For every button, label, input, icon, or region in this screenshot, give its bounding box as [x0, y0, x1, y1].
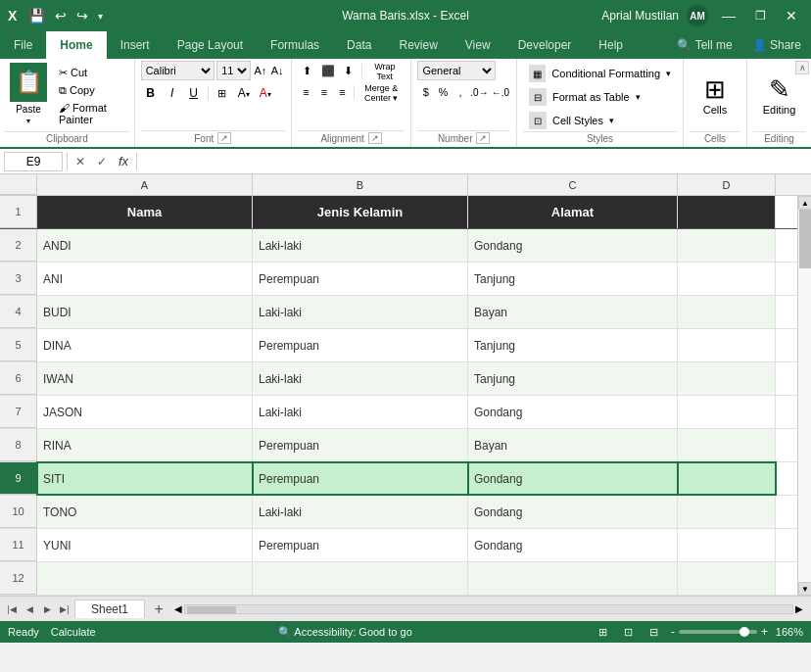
cell[interactable]: TONO	[37, 496, 253, 528]
bold-button[interactable]: B	[141, 83, 161, 103]
col-header-d[interactable]: D	[678, 174, 776, 195]
cell[interactable]	[678, 362, 776, 395]
tab-help[interactable]: Help	[585, 31, 637, 59]
cell[interactable]: DINA	[37, 329, 253, 361]
tab-formulas[interactable]: Formulas	[257, 31, 333, 59]
right-align-button[interactable]: ≡	[334, 82, 351, 102]
increase-font-size-button[interactable]: A↑	[253, 62, 267, 79]
tab-developer[interactable]: Developer	[504, 31, 586, 59]
col-header-a[interactable]: A	[37, 174, 253, 195]
h-scroll-left-button[interactable]: ◀	[174, 603, 182, 614]
scroll-track[interactable]	[798, 210, 811, 582]
cell[interactable]	[678, 429, 776, 461]
h-scroll-right-button[interactable]: ▶	[795, 603, 803, 614]
cancel-formula-button[interactable]: ✕	[72, 153, 89, 170]
collapse-ribbon-button[interactable]: ∧	[795, 61, 809, 74]
formula-input[interactable]	[141, 152, 807, 171]
share-button[interactable]: 👤 Share	[742, 31, 811, 59]
cell[interactable]: Nama	[37, 196, 253, 228]
qat-dropdown-button[interactable]: ▾	[96, 9, 105, 24]
tab-page-layout[interactable]: Page Layout	[164, 31, 257, 59]
cell[interactable]	[678, 496, 776, 528]
fill-color-button[interactable]: A▾	[234, 83, 254, 103]
cell[interactable]: Tanjung	[468, 362, 678, 395]
cell[interactable]	[678, 462, 776, 495]
sheet-nav-last-button[interactable]: ▶|	[57, 601, 72, 617]
copy-button[interactable]: ⧉ Copy	[55, 82, 130, 99]
center-align-button[interactable]: ≡	[315, 82, 332, 102]
sheet-nav-prev-button[interactable]: ◀	[22, 601, 37, 617]
tab-review[interactable]: Review	[385, 31, 451, 59]
cell[interactable]	[678, 296, 776, 328]
cell[interactable]: Jenis Kelamin	[253, 196, 468, 228]
font-name-select[interactable]: Calibri	[141, 61, 215, 80]
font-size-select[interactable]: 11	[216, 61, 251, 80]
format-painter-button[interactable]: 🖌 Format Painter	[55, 100, 130, 127]
cell[interactable]: Laki-laki	[253, 496, 468, 528]
format-as-table-button[interactable]: ⊟ Format as Table ▾	[523, 86, 677, 108]
cell[interactable]: Perempuan	[253, 462, 468, 495]
comma-button[interactable]: ,	[453, 83, 469, 101]
wrap-text-button[interactable]: Wrap Text	[365, 61, 405, 80]
zoom-decrease-button[interactable]: -	[671, 625, 675, 639]
paste-button[interactable]: 📋 Paste ▾	[4, 61, 53, 127]
cell-styles-button[interactable]: ⊡ Cell Styles ▾	[523, 110, 677, 131]
cut-button[interactable]: ✂ Cut	[55, 65, 130, 81]
cell[interactable]	[678, 529, 776, 561]
cell[interactable]	[678, 229, 776, 262]
zoom-slider-track[interactable]	[679, 630, 757, 634]
tab-view[interactable]: View	[452, 31, 504, 59]
conditional-formatting-button[interactable]: ▦ Conditional Formatting ▾	[523, 63, 677, 84]
scroll-thumb[interactable]	[799, 210, 811, 268]
cell-reference-input[interactable]	[4, 152, 63, 171]
redo-button[interactable]: ↪	[74, 6, 90, 25]
restore-button[interactable]: ❐	[749, 7, 772, 24]
cell[interactable]: Laki-laki	[253, 296, 468, 328]
cell[interactable]: RINA	[37, 429, 253, 461]
zoom-increase-button[interactable]: +	[761, 625, 768, 639]
cell[interactable]: Alamat	[468, 196, 678, 228]
h-scrollbar-thumb[interactable]	[187, 606, 236, 614]
cell[interactable]: Perempuan	[253, 429, 468, 461]
tell-me-input[interactable]: 🔍 Tell me	[667, 31, 742, 59]
number-format-select[interactable]: General	[417, 61, 496, 80]
cell[interactable]: Bayan	[468, 429, 678, 461]
cell[interactable]: Perempuan	[253, 329, 468, 361]
cell[interactable]: ANI	[37, 263, 253, 295]
scroll-up-button[interactable]: ▲	[798, 196, 811, 210]
tab-file[interactable]: File	[0, 31, 46, 59]
cell[interactable]: Gondang	[468, 529, 678, 561]
col-header-c[interactable]: C	[468, 174, 678, 195]
cell[interactable]: Laki-laki	[253, 396, 468, 428]
merge-center-button[interactable]: Merge & Center ▾	[358, 82, 405, 102]
cell[interactable]: Tanjung	[468, 263, 678, 295]
cell[interactable]: JASON	[37, 396, 253, 428]
cell[interactable]	[468, 562, 678, 595]
tab-home[interactable]: Home	[46, 31, 106, 59]
cell[interactable]	[678, 396, 776, 428]
close-button[interactable]: ✕	[780, 6, 803, 25]
cell[interactable]: Gondang	[468, 396, 678, 428]
cell[interactable]: Gondang	[468, 229, 678, 262]
cell[interactable]	[678, 196, 776, 228]
cell[interactable]: ANDI	[37, 229, 253, 262]
cell[interactable]	[37, 562, 253, 595]
cell[interactable]: YUNI	[37, 529, 253, 561]
cell[interactable]: Gondang	[468, 462, 678, 495]
cell[interactable]: Tanjung	[468, 329, 678, 361]
add-sheet-button[interactable]: +	[149, 600, 168, 619]
cell[interactable]: Perempuan	[253, 263, 468, 295]
undo-button[interactable]: ↩	[53, 6, 69, 25]
sheet-nav-next-button[interactable]: ▶	[39, 601, 55, 617]
cell[interactable]	[678, 562, 776, 595]
left-align-button[interactable]: ≡	[298, 82, 314, 102]
scroll-down-button[interactable]: ▼	[798, 582, 811, 596]
cell[interactable]: BUDI	[37, 296, 253, 328]
decrease-decimal-button[interactable]: ←.0	[491, 83, 510, 101]
cell[interactable]: Perempuan	[253, 529, 468, 561]
cell[interactable]	[253, 562, 468, 595]
confirm-formula-button[interactable]: ✓	[93, 153, 111, 170]
font-color-button[interactable]: A▾	[256, 83, 275, 103]
cell[interactable]	[678, 263, 776, 295]
zoom-slider-thumb[interactable]	[739, 627, 749, 637]
